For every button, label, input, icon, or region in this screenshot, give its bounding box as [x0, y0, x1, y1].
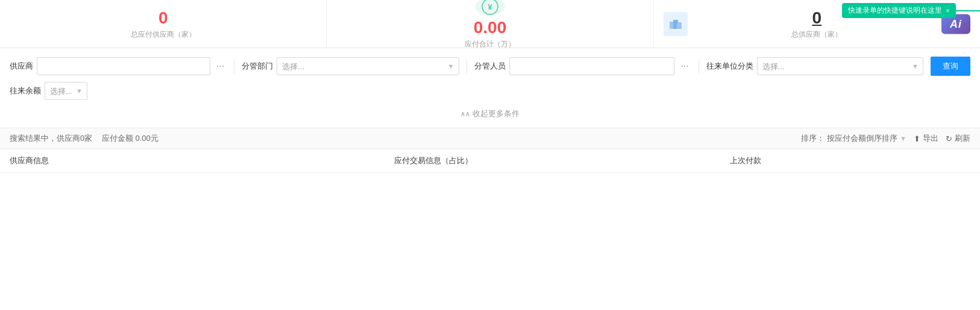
total-payable-label: 总应付供应商（家）: [131, 29, 196, 40]
divider-3: [699, 59, 699, 73]
supplier-input-wrapper: [37, 57, 210, 75]
payable-total-number: 0.00: [474, 17, 507, 38]
department-select[interactable]: 选择...: [277, 57, 459, 75]
balance-filter: 往来余额 选择... ▼: [10, 82, 87, 100]
table-header: 供应商信息 应付交易信息（占比） 上次付款: [0, 149, 980, 173]
sort-selector[interactable]: 排序： 按应付会额倒序排序 ▼: [801, 133, 906, 144]
filter-row-1: 供应商 ··· 分管部门 选择... ▼ 分管人员 ···: [10, 57, 970, 76]
table-body: [0, 173, 980, 310]
department-select-wrapper: 选择... ▼: [277, 57, 459, 75]
stat-total-suppliers: 快速录单的快捷键说明在这里 × 0 总供应商（家） Ai: [654, 0, 980, 48]
unit-class-select[interactable]: 选择...: [757, 57, 923, 75]
department-filter: 分管部门 选择... ▼: [242, 57, 459, 75]
person-input-wrapper: [509, 57, 675, 75]
total-suppliers-label: 总供应商（家）: [791, 29, 842, 40]
supplier-input[interactable]: [37, 57, 210, 75]
col-last-payment: 上次付款: [730, 155, 970, 166]
collapse-button[interactable]: ∧∧ 收起更多条件: [460, 108, 520, 119]
department-label: 分管部门: [242, 61, 273, 72]
filter-row-2: 往来余额 选择... ▼: [10, 82, 970, 100]
tooltip-text: 快速录单的快捷键说明在这里: [848, 5, 942, 16]
person-label: 分管人员: [474, 61, 506, 72]
svg-text:¥: ¥: [488, 2, 492, 11]
export-label: 导出: [923, 133, 938, 144]
results-bar: 搜索结果中，供应商0家 应付金额 0.00元 排序： 按应付会额倒序排序 ▼ ⬆…: [0, 128, 980, 149]
col-supplier-info: 供应商信息: [10, 155, 394, 166]
refresh-icon: ↻: [946, 134, 952, 143]
supplier-dots[interactable]: ···: [214, 61, 227, 72]
collapse-label: 收起更多条件: [473, 108, 520, 119]
results-info: 搜索结果中，供应商0家 应付金额 0.00元: [10, 133, 159, 144]
filter-area: 供应商 ··· 分管部门 选择... ▼ 分管人员 ···: [0, 48, 980, 128]
unit-class-filter: 往来单位分类 选择... ▼: [706, 57, 923, 75]
results-suppliers-count: 搜索结果中，供应商0家: [10, 134, 92, 143]
divider-1: [234, 59, 234, 73]
sort-label: 排序：: [801, 133, 825, 144]
total-suppliers-number: 0: [812, 8, 822, 28]
person-dots[interactable]: ···: [678, 61, 691, 72]
sort-arrow-icon: ▼: [900, 135, 906, 142]
collapse-up-icon: ∧∧: [460, 110, 470, 118]
shortcut-tooltip: 快速录单的快捷键说明在这里 ×: [842, 3, 956, 18]
stat-payable-total: ¥ 0.00 应付合计（万）: [327, 0, 653, 48]
export-icon: ⬆: [914, 134, 920, 143]
person-input[interactable]: [509, 57, 675, 75]
export-button[interactable]: ⬆ 导出: [914, 133, 938, 144]
stats-bar: 0 总应付供应商（家） ¥ 0.00 应付合计（万） 快速录单的快捷键说明在这里…: [0, 0, 980, 48]
suppliers-icon: [664, 12, 688, 36]
query-button[interactable]: 查询: [931, 57, 970, 76]
balance-select-wrapper: 选择... ▼: [45, 82, 87, 100]
stat-total-payable: 0 总应付供应商（家）: [0, 0, 327, 48]
balance-label: 往来余额: [10, 85, 41, 96]
total-payable-number: 0: [159, 8, 168, 28]
svg-rect-4: [677, 22, 682, 29]
col-payable-transaction: 应付交易信息（占比）: [394, 155, 730, 166]
supplier-label: 供应商: [10, 61, 33, 72]
supplier-filter: 供应商 ···: [10, 57, 227, 75]
payable-icon: ¥: [475, 0, 505, 15]
balance-select[interactable]: 选择...: [45, 82, 87, 100]
refresh-label: 刷新: [955, 133, 970, 144]
tooltip-close-btn[interactable]: ×: [946, 7, 950, 15]
results-amount: 应付金额 0.00元: [102, 134, 159, 143]
results-actions: 排序： 按应付会额倒序排序 ▼ ⬆ 导出 ↻ 刷新: [801, 133, 970, 144]
collapse-row: ∧∧ 收起更多条件: [10, 106, 970, 125]
person-filter: 分管人员 ···: [474, 57, 691, 75]
unit-class-label: 往来单位分类: [706, 61, 753, 72]
payable-total-label: 应付合计（万）: [465, 39, 515, 49]
sort-option: 按应付会额倒序排序: [827, 133, 897, 144]
refresh-button[interactable]: ↻ 刷新: [946, 133, 970, 144]
divider-2: [466, 59, 467, 73]
unit-class-select-wrapper: 选择... ▼: [757, 57, 923, 75]
